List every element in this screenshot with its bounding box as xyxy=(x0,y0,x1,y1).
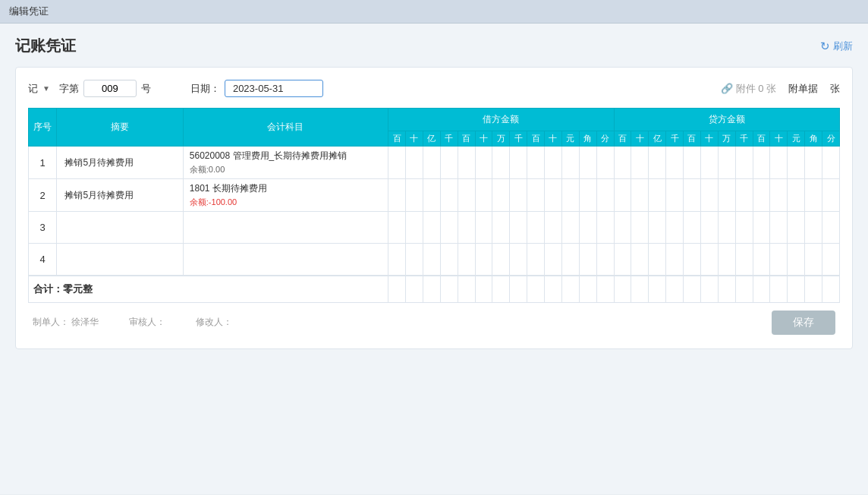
row-1-account[interactable]: 56020008 管理费用_长期待摊费用摊销余额:0.00 xyxy=(183,147,388,179)
row-1-debit-3[interactable] xyxy=(423,147,440,179)
row-2-credit-10[interactable] xyxy=(770,179,788,212)
row-4-credit-9[interactable] xyxy=(753,244,770,276)
row-2-debit-13[interactable] xyxy=(596,179,614,212)
row-2-debit-3[interactable] xyxy=(423,179,440,212)
row-1-summary[interactable]: 摊销5月待摊费用 xyxy=(57,147,183,179)
row-2-credit-13[interactable] xyxy=(822,179,840,212)
row-2-debit-8[interactable] xyxy=(510,179,527,212)
row-2-credit-8[interactable] xyxy=(735,179,753,212)
row-2-credit-5[interactable] xyxy=(684,179,701,212)
row-4-summary[interactable] xyxy=(57,244,183,276)
row-1-credit-8[interactable] xyxy=(735,147,753,179)
table-row[interactable]: 1摊销5月待摊费用56020008 管理费用_长期待摊费用摊销余额:0.00 xyxy=(29,147,840,179)
row-3-credit-5[interactable] xyxy=(684,212,701,244)
row-3-credit-12[interactable] xyxy=(805,212,822,244)
row-3-credit-9[interactable] xyxy=(753,212,770,244)
row-1-debit-6[interactable] xyxy=(475,147,492,179)
row-4-account[interactable] xyxy=(183,244,388,276)
row-2-debit-2[interactable] xyxy=(406,179,423,212)
row-1-credit-3[interactable] xyxy=(649,147,666,179)
table-row[interactable]: 4 xyxy=(29,244,840,276)
row-1-debit-8[interactable] xyxy=(510,147,527,179)
save-button[interactable]: 保存 xyxy=(772,311,835,335)
row-2-credit-11[interactable] xyxy=(788,179,805,212)
voucher-no-input[interactable] xyxy=(83,80,137,97)
row-4-credit-6[interactable] xyxy=(700,244,718,276)
row-4-debit-6[interactable] xyxy=(475,244,492,276)
row-4-debit-13[interactable] xyxy=(596,244,614,276)
row-3-debit-8[interactable] xyxy=(510,212,527,244)
row-4-credit-13[interactable] xyxy=(822,244,840,276)
row-1-debit-1[interactable] xyxy=(388,147,406,179)
row-4-credit-1[interactable] xyxy=(614,244,631,276)
row-1-credit-6[interactable] xyxy=(700,147,718,179)
row-4-credit-8[interactable] xyxy=(735,244,753,276)
row-1-credit-9[interactable] xyxy=(753,147,770,179)
row-1-credit-2[interactable] xyxy=(631,147,649,179)
row-2-summary[interactable]: 摊销5月待摊费用 xyxy=(57,179,183,212)
row-3-credit-7[interactable] xyxy=(718,212,735,244)
row-2-debit-12[interactable] xyxy=(579,179,596,212)
row-3-credit-11[interactable] xyxy=(788,212,805,244)
row-1-credit-11[interactable] xyxy=(788,147,805,179)
row-3-credit-10[interactable] xyxy=(770,212,788,244)
row-4-debit-1[interactable] xyxy=(388,244,406,276)
row-3-debit-1[interactable] xyxy=(388,212,406,244)
row-2-debit-4[interactable] xyxy=(440,179,458,212)
row-4-credit-4[interactable] xyxy=(666,244,684,276)
row-4-credit-3[interactable] xyxy=(649,244,666,276)
row-4-credit-2[interactable] xyxy=(631,244,649,276)
row-2-credit-7[interactable] xyxy=(718,179,735,212)
refresh-button[interactable]: ↻ 刷新 xyxy=(820,39,853,53)
table-row[interactable]: 2摊销5月待摊费用1801 长期待摊费用余额:-100.00 xyxy=(29,179,840,212)
row-2-debit-7[interactable] xyxy=(492,179,510,212)
row-3-account[interactable] xyxy=(183,212,388,244)
row-4-debit-8[interactable] xyxy=(510,244,527,276)
row-2-debit-9[interactable] xyxy=(527,179,545,212)
date-input[interactable] xyxy=(225,80,323,97)
row-1-debit-12[interactable] xyxy=(579,147,596,179)
row-2-credit-2[interactable] xyxy=(631,179,649,212)
row-2-credit-1[interactable] xyxy=(614,179,631,212)
row-2-debit-11[interactable] xyxy=(561,179,579,212)
row-2-credit-6[interactable] xyxy=(700,179,718,212)
row-3-credit-3[interactable] xyxy=(649,212,666,244)
row-3-credit-4[interactable] xyxy=(666,212,684,244)
row-3-debit-6[interactable] xyxy=(475,212,492,244)
row-4-debit-9[interactable] xyxy=(527,244,545,276)
row-3-debit-11[interactable] xyxy=(561,212,579,244)
row-4-credit-12[interactable] xyxy=(805,244,822,276)
row-2-debit-6[interactable] xyxy=(475,179,492,212)
row-3-credit-8[interactable] xyxy=(735,212,753,244)
row-1-debit-9[interactable] xyxy=(527,147,545,179)
row-4-debit-2[interactable] xyxy=(406,244,423,276)
row-3-debit-4[interactable] xyxy=(440,212,458,244)
row-1-credit-10[interactable] xyxy=(770,147,788,179)
row-2-credit-9[interactable] xyxy=(753,179,770,212)
row-4-credit-5[interactable] xyxy=(684,244,701,276)
row-3-debit-7[interactable] xyxy=(492,212,510,244)
row-4-debit-4[interactable] xyxy=(440,244,458,276)
row-2-credit-3[interactable] xyxy=(649,179,666,212)
row-2-credit-12[interactable] xyxy=(805,179,822,212)
row-1-debit-7[interactable] xyxy=(492,147,510,179)
row-1-credit-1[interactable] xyxy=(614,147,631,179)
row-3-debit-9[interactable] xyxy=(527,212,545,244)
row-3-credit-1[interactable] xyxy=(614,212,631,244)
row-3-summary[interactable] xyxy=(57,212,183,244)
row-2-debit-10[interactable] xyxy=(545,179,562,212)
row-1-credit-5[interactable] xyxy=(684,147,701,179)
row-4-debit-11[interactable] xyxy=(561,244,579,276)
row-1-debit-4[interactable] xyxy=(440,147,458,179)
attach-single-button[interactable]: 附单据 xyxy=(788,82,818,96)
row-4-credit-11[interactable] xyxy=(788,244,805,276)
row-2-debit-1[interactable] xyxy=(388,179,406,212)
row-3-debit-12[interactable] xyxy=(579,212,596,244)
row-4-debit-5[interactable] xyxy=(458,244,475,276)
row-3-credit-2[interactable] xyxy=(631,212,649,244)
row-4-credit-10[interactable] xyxy=(770,244,788,276)
row-3-debit-5[interactable] xyxy=(458,212,475,244)
row-4-debit-3[interactable] xyxy=(423,244,440,276)
table-row[interactable]: 3 xyxy=(29,212,840,244)
row-4-debit-10[interactable] xyxy=(545,244,562,276)
